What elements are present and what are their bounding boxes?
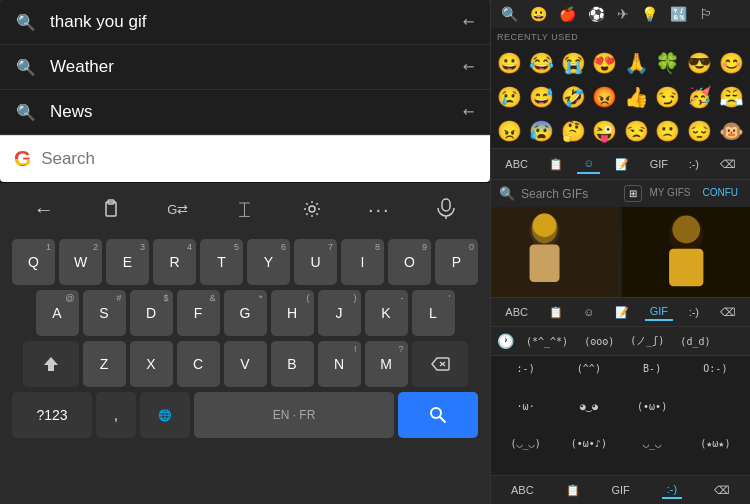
key-u[interactable]: 7U [294, 239, 337, 285]
key-g[interactable]: *G [224, 290, 267, 336]
emote-tab-abc[interactable]: ABC [511, 484, 534, 496]
emoji-3[interactable]: 😭 [558, 48, 588, 78]
emoji-tab-del[interactable]: ⌫ [714, 155, 742, 174]
emoticon-shock[interactable]: (ʘoʘ) [580, 334, 618, 349]
emoji-object-icon[interactable]: 💡 [637, 4, 662, 24]
key-search[interactable] [398, 392, 478, 438]
key-comma[interactable]: , [96, 392, 136, 438]
key-i[interactable]: 8I [341, 239, 384, 285]
emoji-search-icon[interactable]: 🔍 [497, 4, 522, 24]
emoji-tab-sticker[interactable]: 📝 [609, 155, 635, 174]
key-z[interactable]: Z [83, 341, 126, 387]
search-item-2[interactable]: 🔍 Weather ↗ [0, 45, 490, 90]
gif-tab-icon[interactable]: ⊞ [624, 185, 642, 202]
emoji-flag-icon[interactable]: 🏳 [695, 4, 717, 24]
emoji-7[interactable]: 😎 [685, 48, 715, 78]
translate-button[interactable]: G⇄ [160, 191, 196, 227]
emoticon-cool[interactable]: B-) [622, 360, 683, 396]
key-y[interactable]: 6Y [247, 239, 290, 285]
key-c[interactable]: C [177, 341, 220, 387]
emoji-21[interactable]: 😒 [622, 116, 652, 146]
back-button[interactable]: ← [26, 191, 62, 227]
emoji-12[interactable]: 😡 [590, 82, 620, 112]
emoji-20[interactable]: 😜 [590, 116, 620, 146]
emoji-tab-face[interactable]: ☺ [577, 154, 600, 174]
google-search-input[interactable] [41, 149, 476, 169]
key-d[interactable]: $D [130, 290, 173, 336]
key-globe[interactable]: 🌐 [140, 392, 190, 438]
emoji-9[interactable]: 😢 [495, 82, 525, 112]
key-n[interactable]: !N [318, 341, 361, 387]
key-r[interactable]: 4R [153, 239, 196, 285]
emoji-17[interactable]: 😠 [495, 116, 525, 146]
key-j[interactable]: )J [318, 290, 361, 336]
gif-search-text[interactable]: Search GIFs [521, 187, 618, 201]
emoticon-dface[interactable]: (d_d) [676, 334, 714, 349]
gif-tab-gif-active[interactable]: GIF [645, 303, 673, 321]
emoji-activity-icon[interactable]: ⚽ [584, 4, 609, 24]
gif-tab-del[interactable]: ⌫ [715, 304, 741, 321]
search-item-1[interactable]: 🔍 thank you gif ↗ [0, 0, 490, 45]
emote-tab-active[interactable]: :-) [662, 481, 682, 499]
key-k[interactable]: -K [365, 290, 408, 336]
emoji-19[interactable]: 🤔 [558, 116, 588, 146]
emoji-13[interactable]: 👍 [622, 82, 652, 112]
gif-tab-sticker[interactable]: 📝 [610, 304, 634, 321]
emoji-symbol-icon[interactable]: 🔣 [666, 4, 691, 24]
emoticon-sad[interactable]: (◡_◡) [495, 435, 556, 471]
emoji-8[interactable]: 😊 [716, 48, 746, 78]
key-s[interactable]: #S [83, 290, 126, 336]
emote-tab-clip[interactable]: 📋 [566, 484, 580, 497]
emoji-face-icon[interactable]: 😀 [526, 4, 551, 24]
emoji-14[interactable]: 😏 [653, 82, 683, 112]
key-q[interactable]: 1Q [12, 239, 55, 285]
emote-tab-gif[interactable]: GIF [611, 484, 629, 496]
gif-tab-confusing[interactable]: CONFU [698, 185, 742, 202]
google-search-bar[interactable]: G [0, 135, 490, 182]
emoticon-nod[interactable]: (ノ_ʃ) [626, 332, 668, 350]
key-space[interactable]: EN · FR [194, 392, 394, 438]
gif-tab-face[interactable]: ☺ [578, 304, 599, 320]
emote-tab-del[interactable]: ⌫ [714, 484, 730, 497]
key-w[interactable]: 2W [59, 239, 102, 285]
settings-button[interactable] [294, 191, 330, 227]
emoji-15[interactable]: 🥳 [685, 82, 715, 112]
gif-tab-emote[interactable]: :-) [684, 304, 704, 320]
key-num[interactable]: ?123 [12, 392, 92, 438]
key-a[interactable]: @A [36, 290, 79, 336]
key-b[interactable]: B [271, 341, 314, 387]
key-shift[interactable] [23, 341, 79, 387]
gif-tab-clip[interactable]: 📋 [544, 304, 568, 321]
key-h[interactable]: (H [271, 290, 314, 336]
key-m[interactable]: ?M [365, 341, 408, 387]
key-e[interactable]: 3E [106, 239, 149, 285]
emoticon-music[interactable]: (•ω•♪) [558, 435, 619, 471]
clipboard-button[interactable] [93, 191, 129, 227]
emoji-tab-emote[interactable]: :-) [683, 155, 705, 173]
emoji-tab-abc[interactable]: ABC [499, 155, 534, 173]
emoticon-simple[interactable]: ◡_◡ [622, 435, 683, 471]
emoji-travel-icon[interactable]: ✈ [613, 4, 633, 24]
emoji-24[interactable]: 🐵 [716, 116, 746, 146]
emoji-23[interactable]: 😔 [685, 116, 715, 146]
emoji-18[interactable]: 😰 [527, 116, 557, 146]
key-v[interactable]: V [224, 341, 267, 387]
cursor-button[interactable]: ⌶ [227, 191, 263, 227]
emoticon-flower[interactable]: ◕‿◕ [558, 398, 619, 434]
emoji-4[interactable]: 😍 [590, 48, 620, 78]
emoticon-smile[interactable]: :-) [495, 360, 556, 396]
emoji-tab-clip[interactable]: 📋 [543, 155, 569, 174]
key-x[interactable]: X [130, 341, 173, 387]
gif-thumb-left[interactable] [491, 207, 620, 297]
emoji-6[interactable]: 🍀 [653, 48, 683, 78]
search-item-3[interactable]: 🔍 News ↗ [0, 90, 490, 135]
gif-tab-abc[interactable]: ABC [500, 304, 533, 320]
emoticon-kawaii[interactable]: ·ω· [495, 398, 556, 434]
emoji-10[interactable]: 😅 [527, 82, 557, 112]
key-p[interactable]: 0P [435, 239, 478, 285]
key-f[interactable]: &F [177, 290, 220, 336]
gif-tab-mygifs[interactable]: MY GIFS [646, 185, 695, 202]
emoticon-star2[interactable]: (★ω★) [685, 435, 746, 471]
emoji-16[interactable]: 😤 [716, 82, 746, 112]
emoticon-angel[interactable]: O:-) [685, 360, 746, 396]
